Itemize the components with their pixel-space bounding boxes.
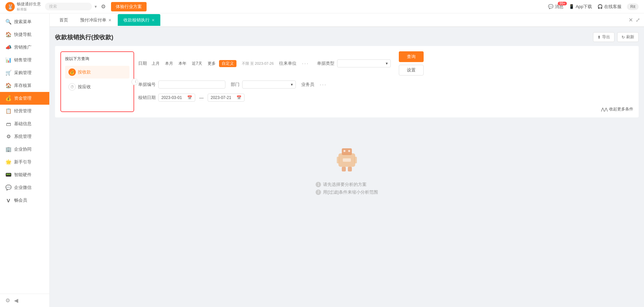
dept-select[interactable]: ▾: [242, 81, 296, 89]
collapse-more-label: 收起更多条件: [609, 106, 633, 112]
sidebar-item-operations[interactable]: 📋 经营管理: [0, 105, 49, 117]
message-button[interactable]: 💬 消息 99+: [548, 4, 564, 10]
svg-rect-6: [342, 167, 346, 171]
page-title: 收款核销执行(按收款): [55, 33, 113, 41]
topbar-search-box: 搜索: [45, 3, 92, 10]
tab-close-all-button[interactable]: ✕: [629, 17, 633, 23]
sidebar-item-purchase[interactable]: 🛒 采购管理: [0, 66, 49, 79]
sidebar-label-quick-nav: 快捷导航: [14, 32, 32, 38]
filter-row-3: 核销日期 2023-03-01 📅 — 2023-07-21 📅: [138, 94, 633, 102]
sales-icon: 📊: [5, 57, 11, 63]
sidebar-bottom: ⚙ ◀: [0, 294, 49, 307]
sidebar-label-base-info: 基础信息: [14, 121, 32, 127]
collapse-more-button[interactable]: ⋀⋀ 收起更多条件: [601, 106, 633, 112]
page-content: 收款核销执行(按收款) ⬆ 导出 ↻ 刷新 按以下方查询: [50, 27, 644, 307]
date-btn-custom[interactable]: 自定义: [219, 60, 236, 67]
guide-icon: 🌟: [5, 159, 11, 165]
by-receivable-label: 按应收: [78, 84, 91, 90]
logo-icon: 🐰: [5, 2, 15, 11]
collapse-sidebar-icon[interactable]: ◀: [14, 297, 18, 304]
date-btn-last-month[interactable]: 上月: [150, 60, 162, 67]
sidebar-item-hardware[interactable]: 📟 智能硬件: [0, 168, 49, 181]
query-buttons: 查询 设置: [399, 51, 424, 75]
tab-prepay-label: 预付冲应付单: [80, 17, 106, 23]
doc-type-select[interactable]: ▾: [337, 59, 391, 67]
date-btn-7days[interactable]: 近7天: [190, 60, 204, 67]
date-btn-more[interactable]: 更多: [206, 60, 218, 67]
export-button[interactable]: ⬆ 导出: [593, 32, 614, 42]
sidebar-item-system[interactable]: ⚙ 系统管理: [0, 130, 49, 143]
partner-input-dots[interactable]: ···: [299, 59, 312, 68]
collapse-left-icon: 《: [133, 80, 137, 84]
message-badge: 99+: [558, 2, 567, 5]
brand-name: 畅捷通好生意: [17, 1, 41, 7]
tab-prepay[interactable]: 预付冲应付单 ✕: [74, 14, 117, 26]
user-profile[interactable]: Rit: [627, 3, 639, 10]
sidebar-label-inventory: 库存核算: [14, 83, 32, 89]
tab-receipt-writeoff[interactable]: 收款核销执行 ✕: [118, 14, 160, 26]
service-button[interactable]: 🎧 在线客服: [597, 4, 622, 10]
staff-input-dots[interactable]: ···: [317, 80, 329, 89]
writeoff-date-label: 核销日期: [138, 95, 156, 101]
topbar-chevron-icon[interactable]: ▾: [95, 4, 97, 9]
inventory-icon: 🏠: [5, 83, 11, 89]
topbar-gear-icon[interactable]: ⚙: [101, 3, 106, 10]
dept-label: 部门: [231, 82, 239, 88]
refresh-label: 刷新: [626, 34, 634, 40]
svg-rect-5: [354, 157, 357, 163]
sidebar-item-guide[interactable]: 🌟 新手引导: [0, 156, 49, 168]
search-icon: 🔍: [5, 19, 11, 25]
base-info-icon: 🗃: [5, 121, 11, 127]
tab-receipt-writeoff-close-icon[interactable]: ✕: [152, 18, 155, 22]
message-icon: 💬: [548, 4, 553, 9]
svg-point-3: [348, 150, 350, 152]
tip-1-text: 请先选择要分析的方案: [323, 181, 367, 188]
sidebar-item-sales[interactable]: 📊 销售管理: [0, 54, 49, 66]
page-header: 收款核销执行(按收款) ⬆ 导出 ↻ 刷新: [55, 32, 639, 42]
sidebar-item-search-menu[interactable]: 🔍 搜索菜单: [0, 15, 49, 28]
sidebar-item-enterprise[interactable]: 🏢 企业协同: [0, 143, 49, 156]
date-btn-this-year[interactable]: 本年: [176, 60, 189, 67]
setting-button[interactable]: 设置: [399, 65, 424, 75]
refresh-icon: ↻: [622, 35, 625, 40]
tab-prepay-close-icon[interactable]: ✕: [108, 18, 111, 22]
sidebar-item-marketing[interactable]: 📣 营销推广: [0, 41, 49, 54]
staff-field: 业务员 ···: [301, 80, 329, 89]
svg-rect-1: [342, 148, 352, 155]
doc-no-input[interactable]: [158, 81, 225, 89]
doc-type-label: 单据类型: [317, 60, 334, 66]
filter-option-by-receivable[interactable]: ⏱ 按应收: [65, 81, 129, 93]
sidebar-label-purchase: 采购管理: [14, 70, 32, 76]
partner-field: 往来单位 ···: [279, 59, 312, 68]
topbar: 🐰 畅捷通好生意 标准版 搜索 ▾ ⚙ 体验行业方案 💬 消息 99+ 📱 Ap…: [0, 0, 644, 13]
service-label: 在线客服: [604, 4, 622, 10]
collapse-filter-left-button[interactable]: 《: [131, 79, 138, 85]
tab-home[interactable]: 首页: [54, 14, 74, 26]
query-button[interactable]: 查询: [399, 51, 424, 62]
sidebar-item-inventory[interactable]: 🏠 库存核算: [0, 79, 49, 92]
filter-option-by-receipt[interactable]: 💰 按收款: [65, 66, 129, 79]
tab-bar: 首页 预付冲应付单 ✕ 收款核销执行 ✕ ✕ ⤢: [50, 13, 644, 27]
date-btn-this-month[interactable]: 本月: [163, 60, 175, 67]
solution-button[interactable]: 体验行业方案: [111, 2, 147, 11]
purchase-icon: 🛒: [5, 70, 11, 76]
refresh-button[interactable]: ↻ 刷新: [617, 32, 639, 42]
writeoff-start-date-input[interactable]: 2023-03-01 📅: [158, 94, 195, 102]
sidebar-item-base-info[interactable]: 🗃 基础信息: [0, 117, 49, 130]
writeoff-date-field: 核销日期 2023-03-01 📅 — 2023-07-21 📅: [138, 94, 245, 102]
by-receipt-label: 按收款: [78, 69, 91, 75]
tab-expand-button[interactable]: ⤢: [636, 17, 640, 23]
sidebar-item-finance[interactable]: 💰 资金管理: [0, 92, 49, 105]
sidebar-item-member[interactable]: V 畅会员: [0, 194, 49, 207]
staff-label: 业务员: [301, 82, 314, 88]
doc-type-chevron-icon: ▾: [386, 61, 388, 66]
app-download-button[interactable]: 📱 App下载: [569, 4, 592, 10]
sidebar-label-finance: 资金管理: [14, 95, 32, 101]
sidebar-label-wechat: 企业微信: [14, 185, 32, 191]
doc-type-field: 单据类型 ▾: [317, 59, 391, 67]
member-icon: V: [5, 198, 11, 203]
sidebar-item-wechat[interactable]: 💬 企业微信: [0, 181, 49, 194]
settings-icon[interactable]: ⚙: [5, 297, 10, 304]
writeoff-end-date-input[interactable]: 2023-07-21 📅: [208, 94, 245, 102]
sidebar-item-quick-nav[interactable]: 🏠 快捷导航: [0, 28, 49, 41]
